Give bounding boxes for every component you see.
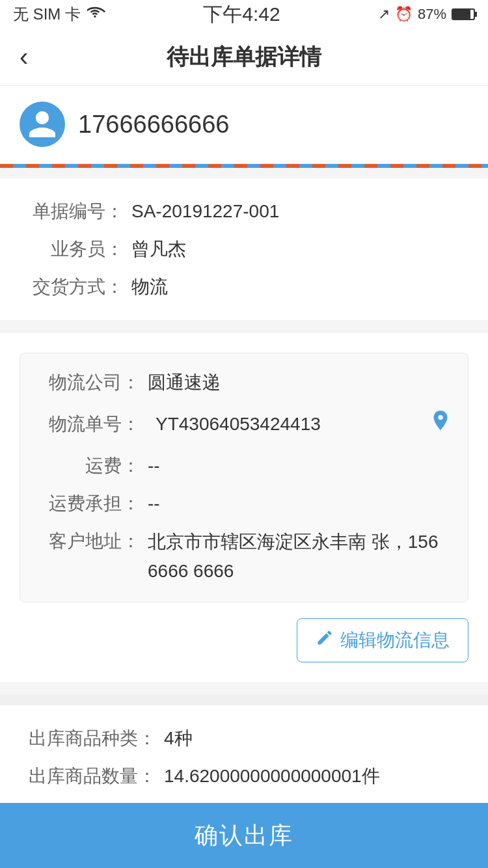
customer-header: 17666666666 — [0, 86, 488, 163]
carrier-text: 无 SIM 卡 — [13, 4, 81, 25]
company-label: 物流公司： — [36, 369, 140, 396]
status-right: ↗ ⏰ 87% — [378, 6, 475, 23]
page-title: 待出库单据详情 — [167, 42, 321, 72]
confirm-button-text: 确认出库 — [195, 820, 293, 852]
time-text: 下午4:42 — [203, 1, 280, 28]
avatar — [20, 102, 65, 147]
freight-label: 运费： — [36, 452, 140, 480]
edit-logistics-label: 编辑物流信息 — [340, 628, 450, 653]
freight-value: -- — [148, 452, 452, 480]
salesperson-row: 业务员： 曾凡杰 — [20, 236, 468, 263]
delivery-label: 交货方式： — [20, 273, 124, 301]
logistics-card: 物流公司： 圆通速递 物流单号： YT43064053424413 运费： --… — [20, 353, 468, 603]
company-value: 圆通速递 — [148, 369, 452, 396]
freight-bear-label: 运费承担： — [36, 490, 140, 517]
nav-bar: ‹ 待出库单据详情 — [0, 29, 488, 86]
status-left: 无 SIM 卡 — [13, 4, 105, 25]
edit-logistics-container: 编辑物流信息 — [20, 618, 468, 662]
product-types-label: 出库商品种类： — [20, 725, 156, 752]
freight-row: 运费： -- — [36, 452, 452, 480]
order-no-row: 单据编号： SA-20191227-001 — [20, 198, 468, 225]
customer-phone: 17666666666 — [78, 111, 229, 139]
address-label: 客户地址： — [36, 528, 140, 555]
product-types-row: 出库商品种类： 4种 — [20, 725, 468, 752]
edit-icon — [316, 629, 334, 651]
confirm-bar[interactable]: 确认出库 — [0, 803, 488, 868]
salesperson-value: 曾凡杰 — [131, 236, 468, 263]
product-quantity-row: 出库商品数量： 14.62000000000000001件 — [20, 763, 468, 790]
location-icon[interactable] — [429, 407, 452, 442]
alarm-icon: ⏰ — [395, 6, 413, 23]
address-value: 北京市市辖区海淀区永丰南 张，156 6666 6666 — [148, 528, 452, 586]
dashed-separator — [0, 164, 488, 168]
company-row: 物流公司： 圆通速递 — [36, 369, 452, 396]
status-bar: 无 SIM 卡 下午4:42 ↗ ⏰ 87% — [0, 0, 488, 29]
tracking-no-row: 物流单号： YT43064053424413 — [36, 407, 452, 442]
wifi-icon — [87, 5, 105, 23]
battery-text: 87% — [418, 6, 446, 23]
edit-logistics-button[interactable]: 编辑物流信息 — [297, 618, 468, 662]
battery-icon — [452, 8, 475, 20]
delivery-value: 物流 — [131, 273, 468, 301]
order-no-value: SA-20191227-001 — [131, 198, 468, 225]
product-quantity-value: 14.62000000000000001件 — [164, 763, 468, 790]
address-row: 客户地址： 北京市市辖区海淀区永丰南 张，156 6666 6666 — [36, 528, 452, 586]
location-icon: ↗ — [378, 6, 390, 23]
product-quantity-label: 出库商品数量： — [20, 763, 156, 790]
order-no-label: 单据编号： — [20, 198, 124, 225]
logistics-section: 物流公司： 圆通速递 物流单号： YT43064053424413 运费： --… — [0, 333, 488, 682]
delivery-row: 交货方式： 物流 — [20, 273, 468, 301]
order-info-section: 单据编号： SA-20191227-001 业务员： 曾凡杰 交货方式： 物流 — [0, 178, 488, 320]
freight-bear-row: 运费承担： -- — [36, 490, 452, 517]
back-button[interactable]: ‹ — [20, 42, 28, 72]
product-types-value: 4种 — [164, 725, 468, 752]
salesperson-label: 业务员： — [20, 236, 124, 263]
tracking-no-label: 物流单号： — [36, 411, 140, 438]
tracking-no-value: YT43064053424413 — [156, 411, 421, 438]
freight-bear-value: -- — [148, 490, 452, 517]
section-divider — [0, 695, 488, 705]
